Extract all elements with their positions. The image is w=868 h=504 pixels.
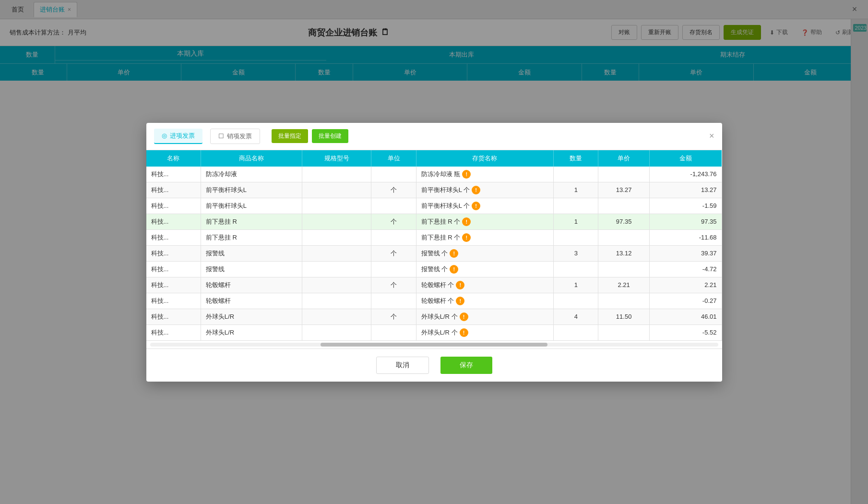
cell-quantity <box>554 324 598 340</box>
table-row: 科技... 前下悬挂 R 前下悬挂 R 个! -11.68 <box>146 229 722 245</box>
cell-unit-price: 97.35 <box>598 214 649 229</box>
cell-unit-price <box>598 293 649 309</box>
warning-icon: ! <box>456 281 464 289</box>
warning-icon: ! <box>450 249 458 258</box>
table-row: 科技... 前平衡杆球头L 前平衡杆球头L 个! -1.59 <box>146 198 722 214</box>
tab-outgoing-invoice[interactable]: ☐ 销项发票 <box>210 129 260 144</box>
cell-unit <box>371 198 416 214</box>
cell-quantity: 1 <box>554 182 598 198</box>
modal-table-scroll[interactable]: 名称 商品名称 规格型号 单位 存货名称 数量 单价 金额 科技... 防冻冷却… <box>146 150 722 341</box>
cell-unit-price <box>598 261 649 277</box>
modal-header-actions: 批量指定 批量创建 <box>272 129 348 143</box>
cell-unit <box>371 293 416 309</box>
cell-spec <box>302 261 371 277</box>
table-header-row: 名称 商品名称 规格型号 单位 存货名称 数量 单价 金额 <box>146 150 722 167</box>
cell-name: 科技... <box>146 198 201 214</box>
cell-spec <box>302 167 371 182</box>
cell-name: 科技... <box>146 167 201 182</box>
cell-stock-name: 报警线 个! <box>416 261 553 277</box>
cell-unit-price <box>598 198 649 214</box>
cell-quantity <box>554 198 598 214</box>
table-row: 科技... 前下悬挂 R 个 前下悬挂 R 个! 1 97.35 97.35 <box>146 214 722 229</box>
table-row: 科技... 报警线 个 报警线 个! 3 13.12 39.37 <box>146 245 722 261</box>
cell-amount: -1.59 <box>649 198 722 214</box>
cell-amount: 46.01 <box>649 309 722 324</box>
incoming-invoice-icon: ◎ <box>162 132 167 139</box>
cell-unit-price <box>598 229 649 245</box>
th-quantity: 数量 <box>554 150 598 167</box>
cell-amount: 39.37 <box>649 245 722 261</box>
table-row: 科技... 外球头L/R 外球头L/R 个! -5.52 <box>146 324 722 340</box>
table-row: 科技... 前平衡杆球头L 个 前平衡杆球头L 个! 1 13.27 13.27 <box>146 182 722 198</box>
horizontal-scrollbar[interactable] <box>150 343 718 347</box>
cell-amount: -0.27 <box>649 293 722 309</box>
table-row: 科技... 报警线 报警线 个! -4.72 <box>146 261 722 277</box>
cell-product-name: 轮毂螺杆 <box>201 293 302 309</box>
cell-spec <box>302 293 371 309</box>
cell-unit-price: 13.27 <box>598 182 649 198</box>
cancel-button[interactable]: 取消 <box>376 357 429 374</box>
cell-name: 科技... <box>146 229 201 245</box>
warning-icon: ! <box>462 217 471 226</box>
cell-unit: 个 <box>371 214 416 229</box>
tab-incoming-invoice[interactable]: ◎ 进项发票 <box>154 129 202 144</box>
cell-name: 科技... <box>146 324 201 340</box>
cell-unit <box>371 261 416 277</box>
cell-amount: 13.27 <box>649 182 722 198</box>
batch-assign-button[interactable]: 批量指定 <box>272 129 308 143</box>
invoice-modal: ◎ 进项发票 ☐ 销项发票 批量指定 批量创建 × 名称 商品名称 <box>146 123 722 382</box>
cell-quantity <box>554 229 598 245</box>
cell-quantity: 4 <box>554 309 598 324</box>
cell-quantity: 3 <box>554 245 598 261</box>
cell-unit <box>371 229 416 245</box>
cell-stock-name: 前下悬挂 R 个! <box>416 214 553 229</box>
warning-icon: ! <box>460 328 468 337</box>
th-unit: 单位 <box>371 150 416 167</box>
cell-quantity <box>554 293 598 309</box>
cell-stock-name: 前下悬挂 R 个! <box>416 229 553 245</box>
cell-unit-price: 2.21 <box>598 277 649 293</box>
batch-create-button[interactable]: 批量创建 <box>312 129 348 143</box>
cell-product-name: 前下悬挂 R <box>201 229 302 245</box>
cell-stock-name: 外球头L/R 个! <box>416 324 553 340</box>
cell-spec <box>302 182 371 198</box>
save-button[interactable]: 保存 <box>440 357 492 374</box>
cell-unit: 个 <box>371 277 416 293</box>
cell-name: 科技... <box>146 293 201 309</box>
cell-spec <box>302 229 371 245</box>
cell-spec <box>302 277 371 293</box>
incoming-invoice-label: 进项发票 <box>170 132 195 140</box>
table-row: 科技... 防冻冷却液 防冻冷却液 瓶! -1,243.76 <box>146 167 722 182</box>
warning-icon: ! <box>462 233 471 242</box>
cell-amount: -1,243.76 <box>649 167 722 182</box>
modal-footer: 取消 保存 <box>146 348 722 382</box>
cell-product-name: 防冻冷却液 <box>201 167 302 182</box>
cell-product-name: 报警线 <box>201 245 302 261</box>
modal-close-button[interactable]: × <box>709 131 714 141</box>
warning-icon: ! <box>472 202 480 210</box>
cell-product-name: 前下悬挂 R <box>201 214 302 229</box>
outgoing-invoice-label: 销项发票 <box>227 132 252 141</box>
cell-amount: -5.52 <box>649 324 722 340</box>
warning-icon: ! <box>462 170 471 179</box>
cell-unit <box>371 167 416 182</box>
cell-unit-price: 11.50 <box>598 309 649 324</box>
warning-icon: ! <box>450 265 458 274</box>
warning-icon: ! <box>472 186 480 194</box>
th-stock-name: 存货名称 <box>416 150 553 167</box>
cell-name: 科技... <box>146 245 201 261</box>
cell-quantity <box>554 167 598 182</box>
cell-spec <box>302 198 371 214</box>
warning-icon: ! <box>456 297 464 305</box>
cell-name: 科技... <box>146 261 201 277</box>
warning-icon: ! <box>460 312 468 321</box>
cell-name: 科技... <box>146 277 201 293</box>
cell-product-name: 前平衡杆球头L <box>201 198 302 214</box>
cell-unit <box>371 324 416 340</box>
cell-stock-name: 外球头L/R 个! <box>416 309 553 324</box>
cell-name: 科技... <box>146 309 201 324</box>
cell-stock-name: 轮毂螺杆 个! <box>416 277 553 293</box>
outgoing-invoice-icon: ☐ <box>218 132 224 140</box>
table-row: 科技... 外球头L/R 个 外球头L/R 个! 4 11.50 46.01 <box>146 309 722 324</box>
cell-amount: 97.35 <box>649 214 722 229</box>
